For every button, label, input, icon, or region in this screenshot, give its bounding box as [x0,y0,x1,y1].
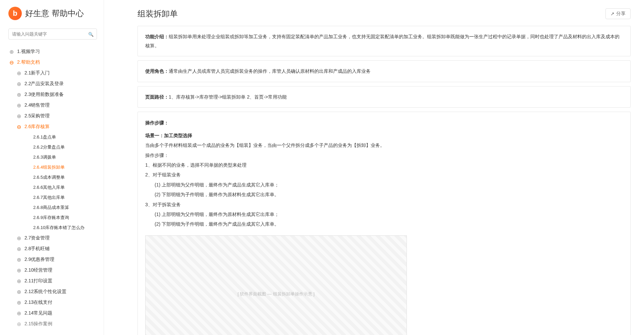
expand-icon [16,81,22,87]
nav-data-prep[interactable]: 2.3使用前数据准备 [16,89,97,100]
nav-label: 2.6.7其他出库单 [33,194,65,201]
nav-other-out[interactable]: 2.6.7其他出库单 [33,192,97,203]
page-title: 组装拆卸单 [138,8,178,19]
title-row: 组装拆卸单 分享 [138,8,631,19]
expand-icon [16,310,22,316]
share-label: 分享 [616,11,626,17]
brand-title: 好生意 帮助中心 [25,8,84,19]
role-text: 通常由生产人员或库管人员完成拆装业务的操作，库管人员确认原材料的出库和产成品的入… [169,68,371,74]
intro-card: 功能介绍：组装拆卸单用来处理企业组装或拆卸等加工业务，支持有固定装配清单的产品加… [138,26,631,56]
nav-label: 2.6.2分量盘点单 [33,144,65,150]
nav-faq[interactable]: 2.14常见问题 [16,308,97,319]
step-1: 1、根据不同的业务，选择不同单据的类型来处理 [145,160,623,170]
expand-icon [16,92,22,98]
expand-icon [16,321,22,327]
nav-partial-check[interactable]: 2.6.2分量盘点单 [33,142,97,152]
nav-cost-adjust[interactable]: 2.6.5成本调整单 [33,172,97,182]
expand-icon [16,299,22,305]
nav-online-pay[interactable]: 2.13在线支付 [16,297,97,308]
nav-label: 1.视频学习 [17,49,40,55]
path-text: 1、库存核算->库存管理->组装拆卸单 2、首页->常用功能 [169,94,287,100]
nav-label: 2.6.6其他入库单 [33,184,65,190]
nav-label: 2.8手机旺铺 [24,246,50,252]
nav-stock-query[interactable]: 2.6.9库存账本查询 [33,213,97,223]
step-2a: (1) 上部明细为父件明细，最终作为产成品生成其它入库单； [145,180,623,190]
expand-icon [16,235,22,241]
search-container [8,29,97,40]
nav-fund[interactable]: 2.7资金管理 [16,233,97,243]
nav-purchase[interactable]: 2.5采购管理 [16,111,97,121]
step-2: 2、对于组装业务 [145,170,623,180]
nav-label: 2.14常见问题 [24,310,52,316]
nav-label: 2.1新手入门 [24,70,50,76]
nav-sales[interactable]: 2.4销售管理 [16,100,97,111]
expand-icon [8,49,14,55]
nav-inventory-check[interactable]: 2.6.1盘点单 [33,132,97,142]
nav-assembly[interactable]: 2.6.4组装拆卸单 [33,162,97,172]
nav-other-in[interactable]: 2.6.6其他入库单 [33,182,97,192]
nav-label: 2.6库存核算 [24,124,50,130]
share-icon [610,11,614,16]
nav-help-docs[interactable]: 2.帮助文档 [8,57,97,68]
nav-operation[interactable]: 2.10经营管理 [16,265,97,276]
search-input[interactable] [8,29,97,40]
steps-card: 操作步骤： 场景一：加工类型选择 当由多个子件材料组装成一个成品的业务为【组装】… [138,112,631,335]
nav-coupon[interactable]: 2.9优惠券管理 [16,254,97,265]
nav-install-login[interactable]: 2.2产品安装及登录 [16,78,97,89]
nav-custom[interactable]: 2.12系统个性化设置 [16,286,97,297]
path-label: 页面路径： [145,94,169,100]
collapse-icon [16,124,22,130]
embedded-screenshot: [ 软件界面截图 — 组装拆卸单操作示意 ] [145,235,407,335]
nav-inventory[interactable]: 2.6库存核算 [16,121,97,132]
role-card: 使用角色：通常由生产人员或库管人员完成拆装业务的操作，库管人员确认原材料的出库和… [138,60,631,82]
nav-beginner[interactable]: 2.1新手入门 [16,68,97,78]
nav-label: 2.9优惠券管理 [24,257,54,263]
nav-label: 2.6.4组装拆卸单 [33,164,65,170]
step-2b: (2) 下部明细为子件明细，最终作为原材料生成其它出库单。 [145,190,623,200]
expand-icon [16,278,22,284]
steps-title: 操作步骤： [145,118,623,128]
sidebar: b 好生意 帮助中心 1.视频学习 2.帮助文档 2.1新手入门 2.2产品安装… [0,0,104,335]
expand-icon [16,246,22,252]
scene-desc: 当由多个子件材料组装成一个成品的业务为【组装】业务，当由一个父件拆分成多个子产品… [145,141,623,150]
expand-icon [16,257,22,263]
expand-icon [16,113,22,119]
nav-label: 2.15操作案例 [24,321,52,327]
nav-label: 2.7资金管理 [24,235,50,241]
nav-transfer[interactable]: 2.6.3调拨单 [33,152,97,162]
steps-label: 操作步骤： [145,151,623,160]
nav-print[interactable]: 2.11打印设置 [16,276,97,286]
step-3: 3、对于拆装业务 [145,200,623,210]
nav-label: 2.帮助文档 [17,59,40,65]
nav-cases[interactable]: 2.15操作案例 [16,319,97,329]
nav-mobile-shop[interactable]: 2.8手机旺铺 [16,243,97,254]
nav-label: 2.11打印设置 [24,278,52,284]
nav-label: 2.3使用前数据准备 [24,92,64,98]
nav-label: 2.12系统个性化设置 [24,289,66,295]
expand-icon [16,102,22,108]
nav-label: 2.2产品安装及登录 [24,81,64,87]
screenshot-alt: [ 软件界面截图 — 组装拆卸单操作示意 ] [237,289,315,298]
step-3a: (1) 上部明细为父件明细，最终作为原材料生成其它出库单； [145,210,623,219]
nav-label: 2.6.1盘点单 [33,134,56,140]
nav-label: 2.6.9库存账本查询 [33,215,69,221]
nav-label: 2.4销售管理 [24,102,50,108]
scene-title: 场景一：加工类型选择 [145,131,623,141]
share-button[interactable]: 分享 [605,8,631,19]
collapse-icon [8,59,14,65]
role-label: 使用角色： [145,68,169,74]
nav-cost-recalc[interactable]: 2.6.8商品成本重算 [33,203,97,213]
nav-label: 2.6.10库存账本错了怎么办 [33,225,85,231]
nav-label: 2.13在线支付 [24,299,52,305]
nav-label: 2.10经营管理 [24,267,52,273]
expand-icon [16,289,22,295]
nav-video-learning[interactable]: 1.视频学习 [8,46,97,57]
expand-icon [16,70,22,76]
step-3b: (2) 下部明细为子件明细，最终作为产成品生成其它入库单。 [145,219,623,229]
brand-row: b 好生意 帮助中心 [8,7,97,20]
nav-stock-error[interactable]: 2.6.10库存账本错了怎么办 [33,223,97,233]
main-content: 组装拆卸单 分享 功能介绍：组装拆卸单用来处理企业组装或拆卸等加工业务，支持有固… [104,0,644,335]
nav-label: 2.6.8商品成本重算 [33,205,69,211]
intro-label: 功能介绍： [145,34,169,39]
expand-icon [16,267,22,273]
